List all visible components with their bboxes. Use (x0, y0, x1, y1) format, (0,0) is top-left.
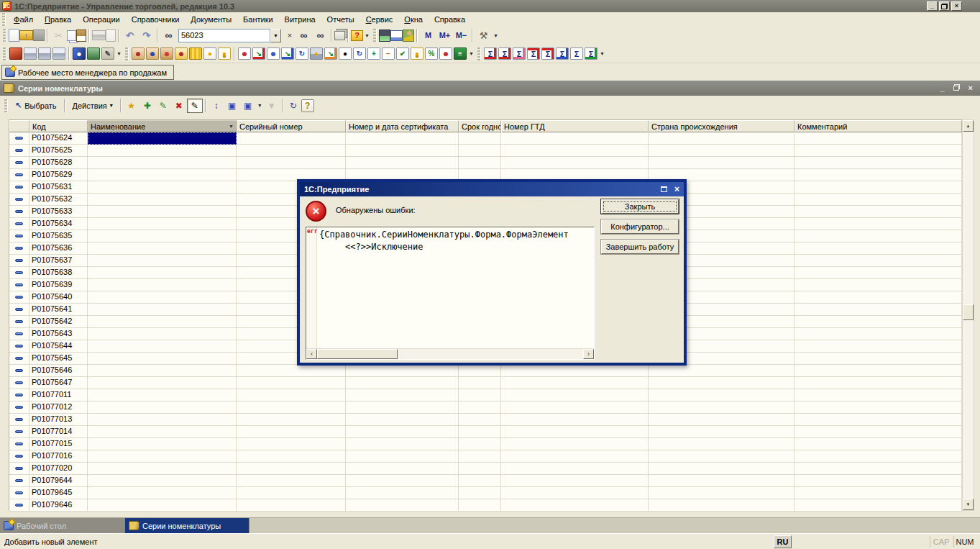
table-row[interactable]: P01075646 (9, 365, 962, 377)
customer-order-icon[interactable]: ☻ (132, 47, 145, 60)
cell-code[interactable]: P01075643 (29, 328, 88, 340)
header-serial-number[interactable]: Серийный номер (237, 120, 346, 132)
cell-comment[interactable] (794, 353, 962, 365)
print-document-icon[interactable] (24, 47, 37, 60)
table-row[interactable]: P01075647 (9, 377, 962, 389)
header-code[interactable]: Код (29, 120, 88, 132)
cell-comment[interactable] (794, 230, 962, 242)
cell-expiry[interactable] (459, 401, 501, 414)
cell-code[interactable]: P01075634 (29, 218, 88, 230)
cell-name[interactable] (88, 487, 237, 499)
cell-code[interactable]: P01077011 (29, 389, 88, 401)
search-combobox[interactable]: ▼ (178, 29, 281, 42)
cell-comment[interactable] (794, 328, 962, 340)
print-label-icon[interactable] (52, 47, 65, 60)
manager-document-icon[interactable]: ☻ (439, 47, 452, 60)
cell-name[interactable] (88, 157, 237, 169)
memory-icon[interactable]: M (420, 27, 436, 43)
dropdown-arrow[interactable]: ▾ (115, 47, 123, 61)
cell-comment[interactable] (794, 267, 962, 279)
discount-document-icon[interactable]: % (425, 47, 438, 60)
calculator-icon[interactable] (379, 30, 390, 42)
cell-country[interactable] (649, 487, 794, 499)
cell-comment[interactable] (794, 475, 962, 487)
report-summary-icon[interactable]: Σ (484, 47, 497, 60)
cell-name[interactable] (88, 279, 237, 291)
report-person-icon[interactable]: Σ (513, 47, 526, 60)
cell-code[interactable]: P01075629 (29, 169, 88, 181)
cell-certificate[interactable] (346, 157, 459, 169)
cell-comment[interactable] (794, 426, 962, 438)
cell-name[interactable] (88, 316, 237, 328)
scrollbar-track[interactable] (398, 349, 583, 359)
header-origin-country[interactable]: Страна происхождения (649, 120, 794, 132)
sort-icon[interactable]: ↕ (209, 99, 224, 113)
cell-comment[interactable] (794, 401, 962, 414)
cell-expiry[interactable] (459, 145, 501, 157)
menu-service[interactable]: Сервис (360, 14, 399, 25)
memory-minus-icon[interactable]: M− (453, 27, 470, 43)
cell-name[interactable] (88, 340, 237, 353)
report-check-icon[interactable]: Σ (585, 47, 597, 60)
find-icon[interactable]: ∞ (160, 27, 177, 43)
cell-name[interactable] (88, 304, 237, 316)
cell-comment[interactable] (794, 340, 962, 353)
cell-code[interactable]: P01075635 (29, 230, 88, 242)
scroll-left-icon[interactable]: ‹ (306, 349, 317, 359)
cell-gtd[interactable] (501, 157, 649, 169)
cash-register-icon[interactable]: ✎ (101, 47, 114, 60)
cell-expiry[interactable] (459, 487, 501, 499)
restore-button[interactable] (939, 1, 950, 11)
cell-name[interactable] (88, 267, 237, 279)
cell-code[interactable]: P01077013 (29, 414, 88, 426)
memory-plus-icon[interactable]: M+ (436, 27, 453, 43)
cell-name[interactable] (88, 414, 237, 426)
cell-name[interactable] (88, 438, 237, 450)
edit-item-icon[interactable]: ✎ (155, 99, 171, 113)
cell-certificate[interactable] (346, 450, 459, 463)
language-indicator[interactable]: RU (774, 535, 792, 548)
cell-serial[interactable] (237, 463, 346, 475)
cell-name[interactable] (88, 242, 237, 255)
cell-name[interactable] (88, 389, 237, 401)
cell-serial[interactable] (237, 389, 346, 401)
shipment-export-icon[interactable]: ↘ (281, 47, 294, 60)
cell-gtd[interactable] (501, 487, 649, 499)
menu-reports[interactable]: Отчеты (321, 14, 360, 25)
scroll-down-icon[interactable]: ▼ (963, 499, 974, 510)
table-row[interactable]: P01077016 (9, 450, 962, 463)
refresh-icon[interactable]: ↻ (285, 99, 301, 113)
cell-code[interactable]: P01077015 (29, 438, 88, 450)
price-list-icon[interactable]: ● (339, 47, 352, 60)
cell-country[interactable] (649, 426, 794, 438)
invoice-document-icon[interactable]: ☻ (267, 47, 280, 60)
menu-vitrina[interactable]: Витрина (279, 14, 321, 25)
print-invoice-icon[interactable] (38, 47, 51, 60)
report-db-icon[interactable]: Σ (556, 47, 569, 60)
find-previous-icon[interactable]: ∞ (312, 27, 329, 43)
cell-name[interactable] (88, 475, 237, 487)
cell-code[interactable]: P01077014 (29, 426, 88, 438)
service-settings-icon[interactable]: ⚒ (475, 27, 492, 43)
cell-name[interactable] (88, 401, 237, 414)
calendar-icon[interactable] (390, 30, 403, 41)
view-mode-toggle-icon[interactable]: ✎ (187, 99, 203, 113)
undo-icon[interactable]: ↶ (122, 27, 138, 43)
cell-comment[interactable] (794, 365, 962, 377)
cell-certificate[interactable] (346, 389, 459, 401)
cell-gtd[interactable] (501, 377, 649, 389)
cell-gtd[interactable] (501, 132, 649, 145)
open-icon[interactable]: ↑ (19, 30, 33, 40)
cell-country[interactable] (649, 499, 794, 512)
cell-name[interactable] (88, 145, 237, 157)
help-icon[interactable]: ? (301, 99, 314, 112)
mdi-close-button[interactable]: × (968, 84, 973, 92)
cell-expiry[interactable] (459, 389, 501, 401)
menu-operations[interactable]: Операции (77, 14, 125, 25)
menu-help[interactable]: Справка (429, 14, 471, 25)
cell-comment[interactable] (794, 414, 962, 426)
cell-name[interactable] (88, 132, 237, 145)
cell-serial[interactable] (237, 487, 346, 499)
document-approve-icon[interactable]: ✔ (396, 47, 409, 60)
menu-windows[interactable]: Окна (398, 14, 429, 25)
